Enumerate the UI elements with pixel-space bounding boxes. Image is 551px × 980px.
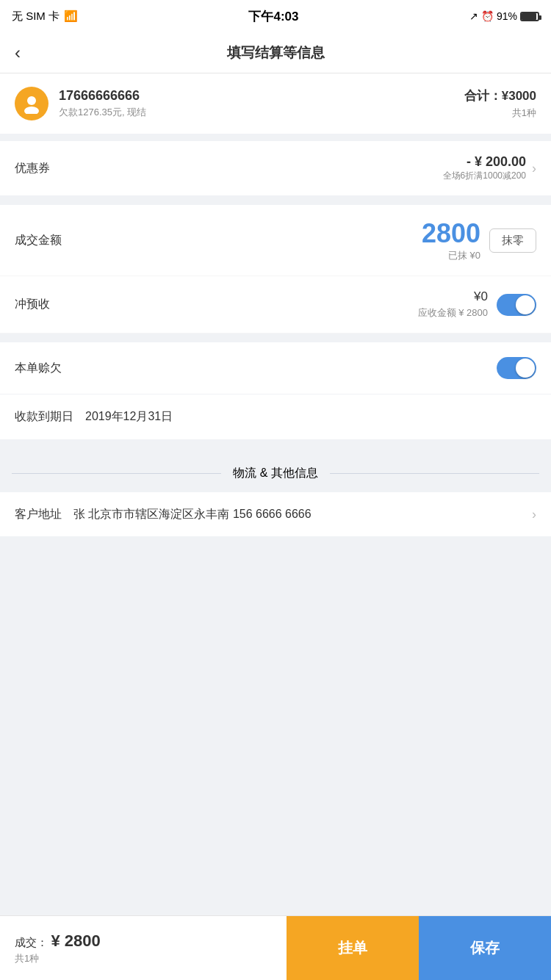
debt-row: 本单赊欠 <box>0 342 551 394</box>
customer-debt: 欠款1276.35元, 现结 <box>59 106 464 119</box>
already-zero-label: 已抹 ¥0 <box>422 249 480 262</box>
bottom-deal-label: 成交： <box>15 936 48 948</box>
battery-icon <box>520 12 539 21</box>
logistics-separator: 物流 & 其他信息 <box>0 455 551 491</box>
status-bar: 无 SIM 卡 📶 下午4:03 ↗ ⏰ 91% <box>0 0 551 32</box>
deal-amount-label: 成交金额 <box>15 233 62 248</box>
due-date-label: 收款到期日 <box>15 409 73 425</box>
hang-button[interactable]: 挂单 <box>287 916 419 981</box>
coupon-col: - ¥ 200.00 全场6折满1000减200 <box>443 154 526 182</box>
alarm-icon: ⏰ <box>481 10 494 22</box>
coupon-discount: - ¥ 200.00 <box>443 154 526 170</box>
coupon-row[interactable]: 优惠券 - ¥ 200.00 全场6折满1000减200 › <box>0 141 551 195</box>
status-right: ↗ ⏰ 91% <box>469 10 539 22</box>
debt-toggle[interactable] <box>497 357 536 379</box>
svg-point-0 <box>27 96 36 105</box>
customer-phone: 17666666666 <box>59 88 464 104</box>
toggle-knob <box>516 295 535 314</box>
customer-total: 合计：¥3000 共1种 <box>464 87 536 120</box>
prepay-right: ¥0 应收金额 ¥ 2800 <box>418 289 536 320</box>
back-button[interactable]: ‹ <box>15 43 44 63</box>
address-chevron-icon: › <box>532 507 536 522</box>
save-button[interactable]: 保存 <box>419 916 551 981</box>
deal-amount-right: 2800 已抹 ¥0 抹零 <box>422 218 536 262</box>
due-date-value: 2019年12月31日 <box>85 409 173 425</box>
address-label: 客户地址 <box>15 507 62 522</box>
battery-fill <box>522 13 536 20</box>
prepay-amount-value: ¥0 <box>418 289 488 304</box>
logistics-line-right <box>330 473 539 474</box>
prepay-label: 冲预收 <box>15 297 50 312</box>
divider-2 <box>0 334 551 342</box>
prepay-row: 冲预收 ¥0 应收金额 ¥ 2800 <box>0 276 551 334</box>
location-icon: ↗ <box>469 10 478 22</box>
coupon-desc: 全场6折满1000减200 <box>443 170 526 182</box>
logistics-text: 物流 & 其他信息 <box>233 466 318 481</box>
coupon-right: - ¥ 200.00 全场6折满1000减200 › <box>443 154 536 182</box>
bottom-deal-row: 成交： ¥ 2800 <box>15 932 272 951</box>
deal-amount-row: 成交金额 2800 已抹 ¥0 抹零 <box>0 205 551 276</box>
svg-point-1 <box>24 107 39 114</box>
round-zero-button[interactable]: 抹零 <box>489 228 536 253</box>
customer-info: 17666666666 欠款1276.35元, 现结 <box>59 88 464 119</box>
bottom-spacer <box>0 544 551 573</box>
prepay-desc: 应收金额 ¥ 2800 <box>418 306 488 320</box>
prepay-toggle[interactable] <box>497 294 536 316</box>
divider-1 <box>0 196 551 205</box>
bottom-info: 成交： ¥ 2800 共1种 <box>0 932 287 965</box>
bottom-count: 共1种 <box>15 952 272 965</box>
debt-toggle-knob <box>516 359 535 378</box>
logistics-line-left <box>12 473 221 474</box>
address-content: 张 北京市市辖区海淀区永丰南 156 6666 6666 <box>73 505 532 523</box>
deal-amount-value: 2800 <box>422 218 480 249</box>
address-row[interactable]: 客户地址 张 北京市市辖区海淀区永丰南 156 6666 6666 › <box>0 492 551 536</box>
avatar <box>15 87 48 120</box>
customer-card: 17666666666 欠款1276.35元, 现结 合计：¥3000 共1种 <box>0 73 551 134</box>
debt-label: 本单赊欠 <box>15 361 62 376</box>
wifi-icon: 📶 <box>64 10 78 23</box>
carrier-label: 无 SIM 卡 <box>12 10 60 24</box>
total-amount: 合计：¥3000 <box>464 87 536 104</box>
battery-percent: 91% <box>497 10 517 22</box>
bottom-amount-value: ¥ 2800 <box>51 932 100 950</box>
prepay-amounts: ¥0 应收金额 ¥ 2800 <box>418 289 488 320</box>
page-title: 填写结算等信息 <box>227 43 325 62</box>
due-date-row: 收款到期日 2019年12月31日 <box>0 394 551 439</box>
content: 17666666666 欠款1276.35元, 现结 合计：¥3000 共1种 … <box>0 73 551 639</box>
time-label: 下午4:03 <box>248 8 298 25</box>
coupon-chevron-icon: › <box>532 161 536 176</box>
status-left: 无 SIM 卡 📶 <box>12 10 78 24</box>
nav-bar: ‹ 填写结算等信息 <box>0 32 551 73</box>
coupon-label: 优惠券 <box>15 161 50 176</box>
bottom-bar: 成交： ¥ 2800 共1种 挂单 保存 <box>0 915 551 980</box>
total-count: 共1种 <box>464 107 536 120</box>
divider-3 <box>0 447 551 455</box>
